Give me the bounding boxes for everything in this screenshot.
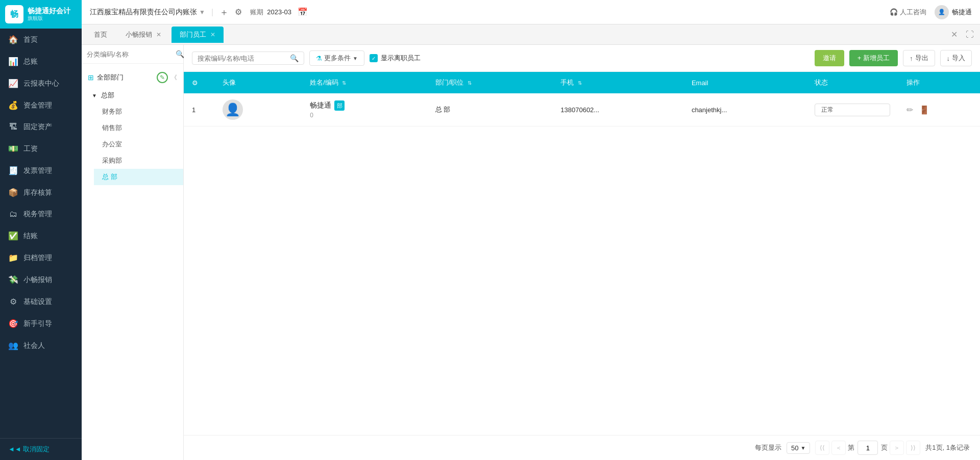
settings-icon: ⚙ [192, 79, 198, 87]
add-tab-button[interactable]: ＋ [219, 6, 229, 18]
calendar-icon[interactable]: 📅 [298, 7, 308, 17]
employee-search-icon[interactable]: 🔍 [290, 54, 299, 62]
sidebar-nav: 🏠 首页 📊 总账 📈 云报表中心 💰 资金管理 🏗 固定资产 💵 工资 🧾 发… [0, 29, 82, 438]
cell-status: 正常 [806, 93, 898, 126]
col-avatar-label: 头像 [223, 79, 236, 86]
dept-hq-label: 总 部 [102, 172, 117, 182]
tab-expense[interactable]: 小畅报销 ✕ [117, 27, 169, 43]
sidebar-item-settings[interactable]: ⚙ 基础设置 [0, 291, 82, 313]
dept-search-icon[interactable]: 🔍 [176, 50, 184, 58]
logo-icon: 畅 [5, 5, 23, 23]
toolbar-right: 邀请 + 新增员工 ↑ 导出 ↓ 导入 [815, 50, 972, 66]
page-input[interactable] [857, 441, 878, 455]
tab-expense-close-icon[interactable]: ✕ [156, 31, 161, 38]
topbar-divider: | [211, 8, 213, 17]
dept-tree: ▼ 总部 财务部 销售部 办公室 采购 [82, 87, 183, 185]
dept-item-purchase[interactable]: 采购部 [94, 152, 183, 169]
dept-grid-icon: ⊞ [88, 73, 94, 82]
status-badge: 正常 [815, 104, 890, 116]
social-icon: 👥 [8, 341, 18, 350]
employee-search-input[interactable] [198, 55, 287, 62]
dept-search-input[interactable] [87, 50, 173, 58]
dept-add-button[interactable]: ✎ [157, 72, 168, 83]
sidebar-item-expense[interactable]: 💸 小畅报销 [0, 269, 82, 291]
reports-icon: 📈 [8, 79, 18, 88]
action-buttons: ✏ 🚪 [906, 105, 972, 115]
sidebar-item-home[interactable]: 🏠 首页 [0, 29, 82, 50]
import-icon: ↓ [947, 55, 950, 62]
employee-search-box: 🔍 [192, 52, 304, 65]
company-selector[interactable]: 江西服宝精品有限责任公司内账张 ▼ [90, 8, 205, 17]
last-page-button[interactable]: ⟩⟩ [906, 441, 920, 455]
delete-button[interactable]: 🚪 [919, 105, 929, 115]
sidebar-item-invoice[interactable]: 🧾 发票管理 [0, 160, 82, 182]
more-filter-button[interactable]: ⚗ 更多条件 ▼ [309, 50, 364, 66]
dept-item-general[interactable]: ▼ 总部 [86, 87, 183, 104]
col-phone[interactable]: 手机 ⇅ [552, 72, 683, 93]
import-button[interactable]: ↓ 导入 [940, 50, 972, 66]
dept-all-header[interactable]: ⊞ 全部部门 ✎ 《 [82, 68, 183, 87]
sidebar-item-funds[interactable]: 💰 资金管理 [0, 94, 82, 116]
tab-close-btn[interactable]: ✕ [949, 28, 960, 41]
prev-page-button[interactable]: ＜ [831, 441, 846, 455]
add-employee-button[interactable]: + 新增员工 [849, 50, 898, 66]
dept-general-label: 总部 [101, 91, 114, 100]
show-resigned-checkbox[interactable]: ✓ 显示离职员工 [370, 54, 421, 63]
tab-department-close-icon[interactable]: ✕ [210, 31, 215, 38]
period-value: 2023-03 [267, 8, 291, 16]
sidebar-item-guide[interactable]: 🎯 新手引导 [0, 313, 82, 335]
unpin-button[interactable]: ◄◄ 取消固定 [0, 438, 82, 460]
sort-arrows-dept: ⇅ [468, 80, 472, 86]
tabs-bar: 首页 小畅报销 ✕ 部门员工 ✕ ✕ ⛶ [82, 24, 980, 45]
tax-icon: 🗂 [8, 210, 18, 219]
sidebar-item-closing[interactable]: ✅ 结账 [0, 225, 82, 247]
employee-code: 0 [310, 112, 419, 119]
filter-icon: ⚗ [316, 55, 322, 62]
pagination-bar: 每页显示 50 ▼ ⟨⟨ ＜ 第 页 ＞ ⟩⟩ 共1页, 1条记录 [184, 435, 980, 460]
sidebar-item-social[interactable]: 👥 社会人 [0, 335, 82, 356]
sidebar-item-tax[interactable]: 🗂 税务管理 [0, 203, 82, 225]
sidebar-label-settings: 基础设置 [23, 297, 52, 306]
avatar-icon: 👤 [225, 103, 240, 117]
employee-table-wrap: ⚙ 头像 姓名/编码 ⇅ 部门/职位 ⇅ [184, 72, 980, 435]
sidebar-label-reports: 云报表中心 [23, 79, 59, 88]
sidebar-item-ledger[interactable]: 📊 总账 [0, 50, 82, 72]
export-label: 导出 [915, 54, 928, 63]
archive-icon: 📁 [8, 253, 18, 263]
dept-item-office[interactable]: 办公室 [94, 136, 183, 152]
department-panel: 🔍 ⊞ 全部部门 ✎ 《 ▼ 总部 [82, 45, 184, 460]
tab-department-label: 部门员工 [180, 30, 206, 39]
export-button[interactable]: ↑ 导出 [903, 50, 935, 66]
sidebar-item-assets[interactable]: 🏗 固定资产 [0, 116, 82, 138]
service-button[interactable]: 🎧 人工咨询 [890, 8, 926, 17]
inventory-icon: 📦 [8, 188, 18, 197]
dept-item-sales[interactable]: 销售部 [94, 120, 183, 136]
dept-item-finance[interactable]: 财务部 [94, 104, 183, 120]
first-page-button[interactable]: ⟨⟨ [815, 441, 829, 455]
user-menu[interactable]: 👤 畅捷通 [935, 5, 972, 19]
sidebar-item-archive[interactable]: 📁 归档管理 [0, 247, 82, 269]
col-settings[interactable]: ⚙ [184, 72, 214, 93]
col-dept[interactable]: 部门/职位 ⇅ [427, 72, 553, 93]
sidebar-item-inventory[interactable]: 📦 库存核算 [0, 182, 82, 203]
invite-button[interactable]: 邀请 [815, 50, 844, 66]
topbar-settings-icon[interactable]: ⚙ [235, 7, 242, 17]
sidebar-item-reports[interactable]: 📈 云报表中心 [0, 72, 82, 94]
headset-icon: 🎧 [890, 8, 898, 16]
col-name[interactable]: 姓名/编码 ⇅ [302, 72, 427, 93]
next-page-button[interactable]: ＞ [890, 441, 904, 455]
edit-button[interactable]: ✏ [906, 105, 913, 115]
sidebar-item-payroll[interactable]: 💵 工资 [0, 138, 82, 160]
dept-item-hq[interactable]: 总 部 [94, 169, 183, 185]
page-total: 共1页, 1条记录 [925, 443, 970, 452]
cell-index: 1 [184, 93, 214, 126]
tab-department[interactable]: 部门员工 ✕ [172, 27, 224, 43]
tab-expand-btn[interactable]: ⛶ [964, 28, 976, 41]
dept-collapse-icon[interactable]: 《 [171, 73, 177, 82]
per-page-select[interactable]: 50 ▼ [787, 442, 810, 454]
tab-home[interactable]: 首页 [86, 27, 115, 43]
assets-icon: 🏗 [8, 122, 18, 132]
sidebar-label-payroll: 工资 [23, 144, 38, 154]
dept-all-label: 全部部门 [97, 73, 124, 82]
col-name-label: 姓名/编码 [310, 79, 338, 86]
